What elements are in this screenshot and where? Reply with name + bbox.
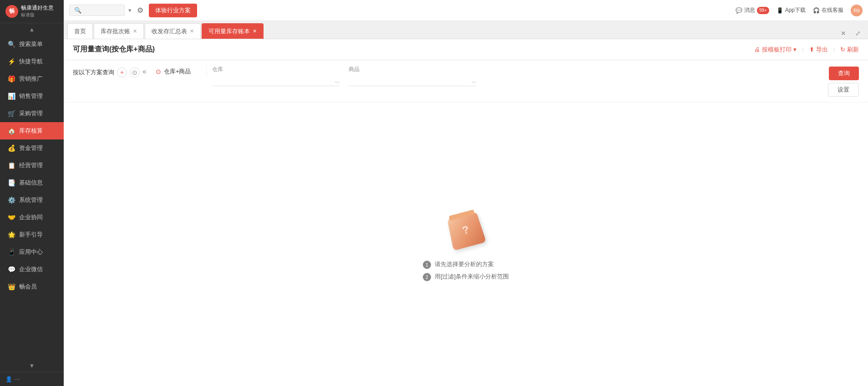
bell-icon: 💬 — [736, 7, 742, 14]
msg-badge: 99+ — [757, 7, 769, 14]
topbar-right: 💬 消息 99+ 📱 App下载 🎧 在线客服 Rit — [736, 5, 863, 16]
page-title: 可用量查询(按仓库+商品) — [73, 45, 754, 54]
mobile-icon: 📱 — [777, 7, 783, 14]
star-icon: 🌟 — [7, 231, 15, 239]
tab-close-icon[interactable]: ✕ — [253, 28, 257, 34]
settings-icon[interactable]: ⚙ — [135, 4, 145, 16]
query-btn[interactable]: 查询 — [829, 67, 859, 80]
industry-btn[interactable]: 体验行业方案 — [149, 4, 197, 17]
hint-number-2: 2 — [423, 273, 431, 281]
sidebar-item-search[interactable]: 🔍 搜索菜单 — [0, 36, 64, 53]
sidebar-item-marketing[interactable]: 🎁 营销推广 — [0, 70, 64, 87]
tab-available-qty[interactable]: 可用量库存账本 ✕ — [202, 23, 264, 39]
empty-hint-2: 2 用[过滤]条件来缩小分析范围 — [423, 273, 509, 281]
warehouse-more-btn[interactable]: ... — [335, 77, 340, 84]
tab-close-icon[interactable]: ✕ — [190, 28, 194, 34]
empty-state: 1 请先选择要分析的方案 2 用[过滤]条件来缩小分析范围 — [423, 207, 509, 281]
sidebar-title: 畅康通好生意 — [21, 5, 54, 12]
tab-close-icon[interactable]: ✕ — [133, 28, 137, 34]
dropdown-icon: ▾ — [793, 46, 797, 53]
crown-icon: 👑 — [7, 283, 15, 291]
main-content: 🔍 ▾ ⚙ 体验行业方案 💬 消息 99+ 📱 App下载 🎧 在线客服 Rit — [64, 0, 868, 386]
sidebar-item-finance[interactable]: 💰 资金管理 — [0, 139, 64, 157]
page-header: 可用量查询(按仓库+商品) 🖨 按模板打印 ▾ | ⬆ 导出 | ↻ 刷新 — [64, 39, 868, 60]
settings-display-btn[interactable]: 设置 — [828, 83, 859, 97]
scheme-item-label: 仓库+商品 — [164, 67, 191, 76]
hint-number-1: 1 — [423, 261, 431, 269]
hint-text-2: 用[过滤]条件来缩小分析范围 — [435, 273, 509, 281]
search-input[interactable] — [83, 7, 120, 14]
filter-field-warehouse: 仓库 ... — [212, 66, 340, 86]
msg-label: 消息 — [744, 6, 755, 14]
hint-text-1: 请先选择要分析的方案 — [435, 260, 494, 268]
scheme-list: ⊙ 仓库+商品 — [152, 66, 207, 77]
sidebar: 畅 畅康通好生意 标准版 ▲ 🔍 搜索菜单 ⚡ 快捷导航 🎁 营销推广 📊 销售… — [0, 0, 64, 386]
empty-illustration — [443, 207, 488, 253]
sidebar-item-enterprise[interactable]: 🤝 企业协同 — [0, 209, 64, 226]
scheme-settings-btn[interactable]: ⊙ — [130, 67, 140, 77]
headset-icon: 🎧 — [813, 7, 820, 14]
sidebar-item-label: 企业微信 — [19, 265, 43, 273]
sidebar-item-label: 资金管理 — [19, 144, 43, 152]
sidebar-item-inventory[interactable]: 🏠 库存核算 — [0, 122, 64, 139]
sidebar-item-label: 库存核算 — [19, 127, 43, 135]
goods-more-btn[interactable]: ... — [472, 77, 476, 84]
user-icon: 👤 — [5, 376, 12, 382]
sidebar-item-sales[interactable]: 📊 销售管理 — [0, 87, 64, 105]
goods-input[interactable] — [349, 77, 469, 84]
sidebar-scroll-up[interactable]: ▲ — [0, 23, 64, 36]
export-icon: ⬆ — [809, 46, 814, 53]
add-scheme-btn[interactable]: ＋ — [117, 67, 127, 77]
sidebar-item-wechat[interactable]: 💬 企业微信 — [0, 261, 64, 278]
avatar: Rit — [851, 5, 863, 16]
empty-hint-1: 1 请先选择要分析的方案 — [423, 260, 509, 269]
sidebar-item-quick-nav[interactable]: ⚡ 快捷导航 — [0, 53, 64, 70]
empty-box-graphic — [447, 212, 487, 251]
sidebar-item-system[interactable]: ⚙️ 系统管理 — [0, 191, 64, 209]
warehouse-icon: 🏠 — [7, 127, 15, 135]
online-service-btn[interactable]: 🎧 在线客服 — [813, 6, 843, 14]
chevron-down-icon[interactable]: ▾ — [128, 7, 132, 14]
sidebar-item-basic-info[interactable]: 📑 基础信息 — [0, 174, 64, 191]
mobile-icon: 📱 — [7, 248, 15, 256]
refresh-icon: ↻ — [840, 46, 845, 53]
warehouse-field-input: ... — [212, 75, 340, 86]
tab-recv-summary[interactable]: 收发存汇总表 ✕ — [145, 23, 201, 39]
warehouse-input[interactable] — [212, 77, 332, 84]
divider: | — [802, 46, 803, 53]
scheme-item-warehouse-goods[interactable]: ⊙ 仓库+商品 — [152, 66, 199, 77]
export-btn[interactable]: ⬆ 导出 — [809, 46, 828, 54]
sidebar-scroll-down[interactable]: ▼ — [0, 360, 64, 372]
sidebar-menu: 🔍 搜索菜单 ⚡ 快捷导航 🎁 营销推广 📊 销售管理 🛒 采购管理 🏠 库存核… — [0, 36, 64, 360]
sidebar-item-guide[interactable]: 🌟 新手引导 — [0, 226, 64, 243]
sidebar-item-operation[interactable]: 📋 经营管理 — [0, 157, 64, 174]
tab-batch-account[interactable]: 库存批次账 ✕ — [94, 23, 144, 39]
tab-home[interactable]: 首页 — [67, 23, 93, 39]
gear-icon: ⚙️ — [7, 196, 15, 204]
tab-home-label: 首页 — [74, 27, 86, 36]
sidebar-item-member[interactable]: 👑 畅会员 — [0, 278, 64, 295]
empty-hints: 1 请先选择要分析的方案 2 用[过滤]条件来缩小分析范围 — [423, 260, 509, 281]
sidebar-item-label: 企业协同 — [19, 213, 43, 221]
close-window-btn[interactable]: ✕ — [837, 28, 850, 39]
sidebar-item-app-center[interactable]: 📱 应用中心 — [0, 243, 64, 261]
gift-icon: 🎁 — [7, 75, 15, 83]
sidebar-item-label: 搜索菜单 — [19, 40, 43, 48]
doc-icon: 📑 — [7, 179, 15, 187]
page-actions: 🖨 按模板打印 ▾ | ⬆ 导出 | ↻ 刷新 — [754, 46, 859, 54]
topbar-search-box[interactable]: 🔍 — [69, 5, 125, 16]
print-btn[interactable]: 🖨 按模板打印 ▾ — [754, 46, 797, 54]
sidebar-footer-user[interactable]: 👤 ··· — [0, 372, 64, 386]
sidebar-item-label: 经营管理 — [19, 161, 43, 170]
sidebar-item-purchase[interactable]: 🛒 采购管理 — [0, 105, 64, 122]
message-btn[interactable]: 💬 消息 99+ — [736, 6, 769, 14]
refresh-btn[interactable]: ↻ 刷新 — [840, 46, 859, 54]
filter-field-goods: 商品 ... — [349, 66, 476, 86]
export-label: 导出 — [816, 46, 828, 54]
maximize-window-btn[interactable]: ⤢ — [852, 28, 864, 39]
tab-available-qty-label: 可用量库存账本 — [208, 27, 250, 36]
collapse-icon[interactable]: « — [142, 66, 147, 76]
sidebar-logo: 畅 — [5, 5, 18, 18]
user-menu-btn[interactable]: Rit — [851, 5, 863, 16]
app-download-btn[interactable]: 📱 App下载 — [777, 6, 806, 14]
